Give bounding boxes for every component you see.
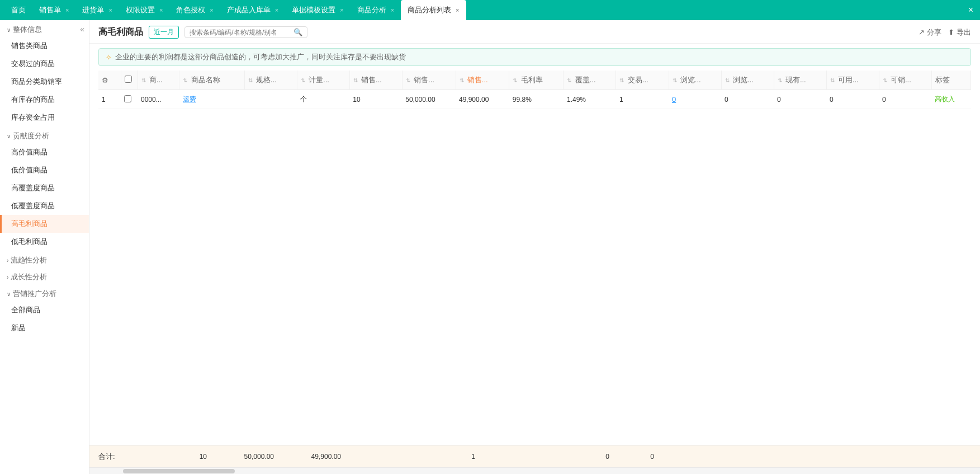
nav-home-label: 首页 [11, 5, 26, 15]
export-button[interactable]: ⬆ 导出 [948, 27, 971, 37]
col-browse2[interactable]: ⇅ 浏览... [721, 71, 774, 90]
col-code[interactable]: ⇅ 商... [138, 71, 179, 90]
footer-total-cells: 10 50,000.00 49,900.00 1 0 0 [165, 453, 971, 461]
footer-transactions: 1 [434, 453, 479, 461]
footer-sales1: 10 [165, 453, 210, 461]
select-all-checkbox[interactable] [125, 76, 132, 83]
row-unit: 个 [297, 90, 349, 109]
row-checkbox[interactable] [121, 90, 138, 109]
nav-product-entry[interactable]: 产成品入库单 × [220, 0, 285, 20]
nav-purchase-close[interactable]: × [108, 7, 112, 13]
col-name-sort-icon: ⇅ [183, 77, 187, 83]
export-icon: ⬆ [948, 28, 954, 36]
col-browse1[interactable]: ⇅ 浏览... [669, 71, 721, 90]
row-sales2: 50,000.00 [402, 90, 456, 109]
row-sales1: 10 [349, 90, 402, 109]
nav-product-analysis-close[interactable]: × [391, 7, 394, 13]
nav-purchase-label: 进货单 [82, 5, 104, 15]
export-label: 导出 [957, 27, 971, 37]
sidebar-item-traded-goods[interactable]: 交易过的商品 [0, 55, 89, 73]
nav-template[interactable]: 单据模板设置 × [285, 0, 350, 20]
sidebar-item-high-margin[interactable]: 高毛利商品 [0, 215, 89, 233]
col-spec[interactable]: ⇅ 规格... [244, 71, 297, 90]
nav-role-label: 角色授权 [176, 5, 205, 15]
nav-analysis-list-label: 商品分析列表 [408, 5, 451, 15]
row-code: 0000... [138, 90, 179, 109]
nav-product-entry-close[interactable]: × [275, 7, 278, 13]
nav-home[interactable]: 首页 [4, 0, 32, 20]
row-browse1[interactable]: 0 [669, 90, 721, 109]
sidebar-collapse-btn[interactable]: « [80, 25, 84, 34]
banner-text: 企业的主要的利润都是这部分商品创造的，可考虑加大推广，同时关注库存是不要出现缺货 [115, 52, 406, 62]
section-marketing-title: 营销推广分析 [13, 289, 56, 299]
row-current-stock: 0 [774, 90, 826, 109]
col-transactions[interactable]: ⇅ 交易... [616, 71, 669, 90]
row-name[interactable]: 运费 [179, 90, 244, 109]
sidebar-item-sales-goods[interactable]: 销售类商品 [0, 37, 89, 55]
col-sales1-sort-icon: ⇅ [353, 77, 358, 83]
time-filter-button[interactable]: 近一月 [149, 26, 179, 39]
search-icon[interactable]: 🔍 [293, 28, 302, 36]
sidebar-item-low-coverage[interactable]: 低覆盖度商品 [0, 197, 89, 215]
col-sellable[interactable]: ⇅ 可销... [879, 71, 931, 90]
sidebar-item-stock-funds[interactable]: 库存资金占用 [0, 109, 89, 126]
col-sales3[interactable]: ⇅ 销售... [456, 71, 509, 90]
col-coverage[interactable]: ⇅ 覆盖... [564, 71, 616, 90]
settings-icon[interactable]: ⚙ [102, 76, 108, 85]
col-sales3-sort-icon: ⇅ [460, 77, 464, 83]
sidebar: « ∨ 整体信息 销售类商品 交易过的商品 商品分类助销率 有库存的商品 库存资… [0, 20, 89, 474]
nav-sales-label: 销售单 [39, 5, 61, 15]
col-current-stock[interactable]: ⇅ 现有... [774, 71, 826, 90]
col-name[interactable]: ⇅ 商品名称 [179, 71, 244, 90]
footer-coverage [389, 453, 434, 461]
nav-product-analysis-label: 商品分析 [357, 5, 386, 15]
share-button[interactable]: ↗ 分享 [919, 27, 941, 37]
col-browse1-sort-icon: ⇅ [673, 77, 677, 83]
nav-permission-close[interactable]: × [159, 7, 163, 13]
sidebar-item-stocked-goods[interactable]: 有库存的商品 [0, 91, 89, 109]
nav-role-close[interactable]: × [210, 7, 213, 13]
col-sales1[interactable]: ⇅ 销售... [349, 71, 402, 90]
sidebar-section-marketing[interactable]: ∨ 营销推广分析 [0, 284, 89, 301]
col-unit-sort-icon: ⇅ [301, 77, 305, 83]
sidebar-item-low-value[interactable]: 低价值商品 [0, 161, 89, 179]
col-available-sort-icon: ⇅ [830, 77, 835, 83]
col-checkbox[interactable] [121, 71, 138, 90]
sidebar-item-low-margin[interactable]: 低毛利商品 [0, 233, 89, 251]
bottom-scrollbar[interactable] [89, 467, 980, 474]
row-index: 1 [98, 90, 121, 109]
window-close-icon[interactable]: × [968, 5, 973, 15]
nav-template-close[interactable]: × [340, 7, 343, 13]
section-trend-arrow: › [7, 257, 8, 264]
nav-role[interactable]: 角色授权 × [169, 0, 220, 20]
col-sales2[interactable]: ⇅ 销售... [402, 71, 456, 90]
scrollbar-thumb[interactable] [123, 469, 235, 473]
nav-product-analysis[interactable]: 商品分析 × [351, 0, 401, 20]
sidebar-section-trend[interactable]: › 流趋性分析 [0, 251, 89, 267]
sidebar-item-high-value[interactable]: 高价值商品 [0, 143, 89, 161]
nav-purchase[interactable]: 进货单 × [75, 0, 119, 20]
nav-permission-label: 权限设置 [126, 5, 155, 15]
nav-sales-close[interactable]: × [65, 7, 69, 13]
nav-permission[interactable]: 权限设置 × [119, 0, 169, 20]
sidebar-item-high-coverage[interactable]: 高覆盖度商品 [0, 179, 89, 197]
sidebar-item-category-rate[interactable]: 商品分类助销率 [0, 73, 89, 91]
col-spec-sort-icon: ⇅ [248, 77, 253, 83]
footer-sales3: 49,900.00 [277, 453, 344, 461]
sidebar-section-contribution[interactable]: ∨ 贡献度分析 [0, 126, 89, 143]
search-box: 🔍 [184, 26, 307, 38]
sidebar-section-overall[interactable]: ∨ 整体信息 [0, 20, 89, 37]
info-icon: ✧ [106, 53, 112, 62]
info-banner: ✧ 企业的主要的利润都是这部分商品创造的，可考虑加大推广，同时关注库存是不要出现… [98, 48, 971, 66]
nav-analysis-list-close[interactable]: × [456, 7, 459, 13]
col-settings[interactable]: ⚙ [98, 71, 121, 90]
col-available[interactable]: ⇅ 可用... [826, 71, 879, 90]
sidebar-item-all-goods[interactable]: 全部商品 [0, 301, 89, 319]
sidebar-item-new-goods[interactable]: 新品 [0, 319, 89, 337]
sidebar-section-growth[interactable]: › 成长性分析 [0, 267, 89, 284]
search-input[interactable] [190, 29, 293, 36]
col-gross-rate[interactable]: ⇅ 毛利率 [509, 71, 564, 90]
nav-sales[interactable]: 销售单 × [32, 0, 75, 20]
col-unit[interactable]: ⇅ 计量... [297, 71, 349, 90]
nav-analysis-list[interactable]: 商品分析列表 × [401, 0, 466, 20]
